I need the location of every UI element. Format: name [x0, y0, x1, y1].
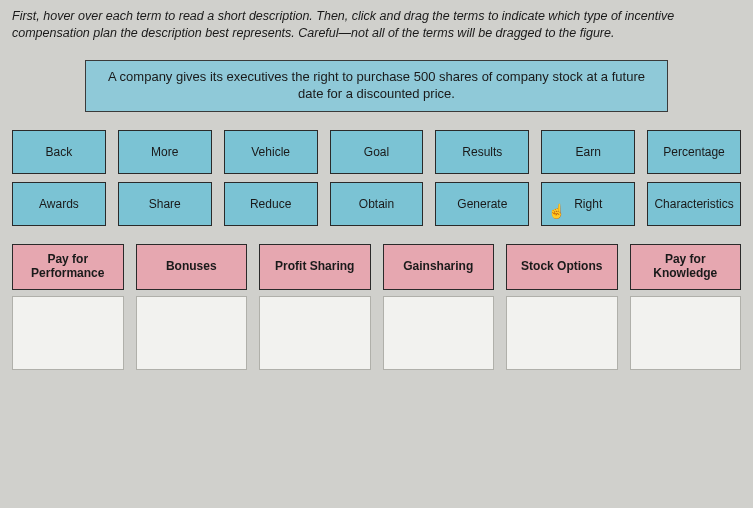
term-label: Characteristics — [654, 197, 733, 211]
dropzone-pay-for-knowledge[interactable] — [630, 296, 742, 370]
term-share[interactable]: Share — [118, 182, 212, 226]
term-label: Generate — [457, 197, 507, 211]
term-goal[interactable]: Goal — [330, 130, 424, 174]
term-vehicle[interactable]: Vehicle — [224, 130, 318, 174]
term-right[interactable]: ☝ Right — [541, 182, 635, 226]
cursor-icon: ☝ — [548, 203, 565, 219]
dropzone-gainsharing[interactable] — [383, 296, 495, 370]
term-label: Reduce — [250, 197, 291, 211]
term-results[interactable]: Results — [435, 130, 529, 174]
term-percentage[interactable]: Percentage — [647, 130, 741, 174]
term-label: Results — [462, 145, 502, 159]
term-label: Right — [574, 197, 602, 211]
term-more[interactable]: More — [118, 130, 212, 174]
prompt-box: A company gives its executives the right… — [85, 60, 668, 112]
category-pay-for-knowledge: Pay for Knowledge — [630, 244, 742, 290]
instructions-text: First, hover over each term to read a sh… — [12, 8, 741, 42]
term-characteristics[interactable]: Characteristics — [647, 182, 741, 226]
dropzone-stock-options[interactable] — [506, 296, 618, 370]
dropzone-bonuses[interactable] — [136, 296, 248, 370]
term-obtain[interactable]: Obtain — [330, 182, 424, 226]
term-back[interactable]: Back — [12, 130, 106, 174]
term-label: Awards — [39, 197, 79, 211]
term-label: More — [151, 145, 178, 159]
term-reduce[interactable]: Reduce — [224, 182, 318, 226]
term-label: Back — [46, 145, 73, 159]
category-stock-options: Stock Options — [506, 244, 618, 290]
category-profit-sharing: Profit Sharing — [259, 244, 371, 290]
category-gainsharing: Gainsharing — [383, 244, 495, 290]
dropzone-pay-for-performance[interactable] — [12, 296, 124, 370]
term-label: Vehicle — [251, 145, 290, 159]
term-awards[interactable]: Awards — [12, 182, 106, 226]
term-earn[interactable]: Earn — [541, 130, 635, 174]
term-label: Share — [149, 197, 181, 211]
category-bonuses: Bonuses — [136, 244, 248, 290]
term-label: Percentage — [663, 145, 724, 159]
term-label: Goal — [364, 145, 389, 159]
term-label: Obtain — [359, 197, 394, 211]
dropzone-profit-sharing[interactable] — [259, 296, 371, 370]
term-generate[interactable]: Generate — [435, 182, 529, 226]
category-pay-for-performance: Pay for Performance — [12, 244, 124, 290]
term-label: Earn — [576, 145, 601, 159]
